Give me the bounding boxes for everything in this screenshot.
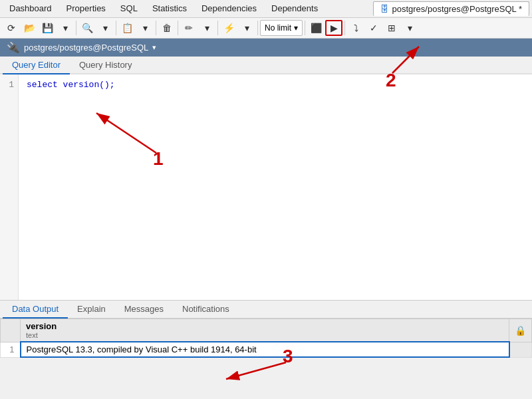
lock-header: 🔒 <box>509 319 532 342</box>
db-icon: 🗄 <box>380 4 389 14</box>
copy-button[interactable]: 📋 <box>118 20 136 36</box>
separator-2 <box>116 21 116 35</box>
limit-arrow: ▾ <box>294 23 298 33</box>
row-number-1: 1 <box>1 342 21 357</box>
delete-button[interactable]: 🗑 <box>158 20 176 36</box>
menu-dependencies[interactable]: Dependencies <box>195 1 263 16</box>
menu-properties[interactable]: Properties <box>60 1 112 16</box>
result-panel: Data Output Explain Messages Notificatio… <box>0 301 532 358</box>
tab-messages[interactable]: Messages <box>115 301 173 319</box>
refresh-button[interactable]: ⟳ <box>3 20 20 36</box>
toolbar: ⟳ 📂 💾 ▾ 🔍 ▾ 📋 ▾ 🗑 ✏ ▾ ⚡ ▾ No limit ▾ ⬛ ▶… <box>0 18 532 39</box>
col-version-header: version text <box>21 319 509 342</box>
connection-dropdown-arrow[interactable]: ▾ <box>152 43 156 52</box>
run-button[interactable]: ▶ <box>325 20 342 36</box>
open-button[interactable]: 📂 <box>21 20 38 36</box>
menu-dependents[interactable]: Dependents <box>265 1 325 16</box>
separator-4 <box>178 21 178 35</box>
separator-6 <box>257 21 258 35</box>
row-num-header <box>1 319 21 342</box>
explain-button[interactable]: ⤵ <box>347 20 364 36</box>
result-tabs: Data Output Explain Messages Notificatio… <box>0 301 532 319</box>
code-editor[interactable]: select version(); <box>19 74 532 300</box>
tab-query-editor[interactable]: Query Editor <box>3 57 70 74</box>
tab-explain[interactable]: Explain <box>68 301 115 319</box>
code-line-1: select version(); <box>27 80 115 90</box>
tab-notifications[interactable]: Notifications <box>173 301 239 319</box>
results-table: version text 🔒 1 PostgreSQL 13.3, compil… <box>0 319 532 358</box>
tab-data-output[interactable]: Data Output <box>3 301 68 319</box>
grid-button[interactable]: ⊞ <box>383 20 400 36</box>
limit-dropdown[interactable]: No limit ▾ <box>260 20 303 36</box>
connection-bar: 🔌 postgres/postgres@PostgreSQL ▾ <box>0 39 532 57</box>
menu-sql[interactable]: SQL <box>114 1 144 16</box>
edit-button[interactable]: ✏ <box>180 20 198 36</box>
page-wrapper: Dashboard Properties SQL Statistics Depe… <box>0 0 532 399</box>
active-tab-label: postgres/postgres@PostgreSQL * <box>392 4 522 14</box>
commit-button[interactable]: ✓ <box>365 20 382 36</box>
connection-icon: 🔌 <box>7 41 20 54</box>
grid-dropdown[interactable]: ▾ <box>401 20 418 36</box>
row-value-1: PostgreSQL 13.3, compiled by Visual C++ … <box>21 342 509 357</box>
separator-3 <box>156 21 156 35</box>
copy-dropdown[interactable]: ▾ <box>136 20 154 36</box>
limit-label: No limit <box>265 23 291 33</box>
col-version-type: text <box>26 331 503 339</box>
data-output-area: version text 🔒 1 PostgreSQL 13.3, compil… <box>0 319 532 358</box>
save-button[interactable]: 💾 <box>39 20 56 36</box>
separator-1 <box>76 21 76 35</box>
separator-7 <box>305 21 305 35</box>
row-lock-cell <box>509 342 532 357</box>
col-version-name: version <box>26 321 503 331</box>
menu-dashboard[interactable]: Dashboard <box>3 1 59 16</box>
menu-active-tab[interactable]: 🗄 postgres/postgres@PostgreSQL * <box>373 1 529 16</box>
editor-area[interactable]: 1 select version(); <box>0 74 532 301</box>
svg-line-7 <box>226 362 286 379</box>
separator-5 <box>217 21 218 35</box>
menu-statistics[interactable]: Statistics <box>146 1 194 16</box>
filter-dropdown[interactable]: ▾ <box>238 20 255 36</box>
edit-dropdown[interactable]: ▾ <box>198 20 215 36</box>
menu-bar: Dashboard Properties SQL Statistics Depe… <box>0 0 532 18</box>
separator-8 <box>344 21 345 35</box>
filter-button[interactable]: ⚡ <box>220 20 237 36</box>
tab-query-history[interactable]: Query History <box>70 57 141 74</box>
editor-tabs: Query Editor Query History <box>0 57 532 74</box>
save-dropdown[interactable]: ▾ <box>57 20 74 36</box>
find-button[interactable]: 🔍 <box>78 20 96 36</box>
table-row: 1 PostgreSQL 13.3, compiled by Visual C+… <box>1 342 532 357</box>
lock-icon: 🔒 <box>515 325 526 336</box>
line-numbers: 1 <box>0 74 19 300</box>
find-dropdown[interactable]: ▾ <box>96 20 114 36</box>
stop-button[interactable]: ⬛ <box>307 20 325 36</box>
connection-label: postgres/postgres@PostgreSQL <box>24 43 148 53</box>
